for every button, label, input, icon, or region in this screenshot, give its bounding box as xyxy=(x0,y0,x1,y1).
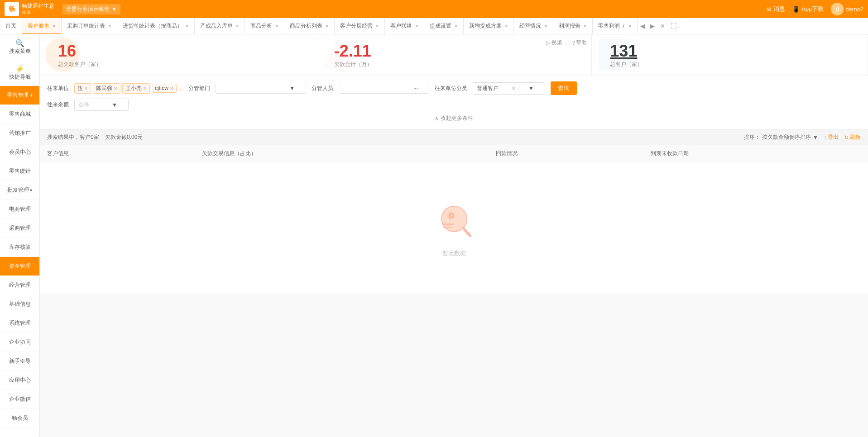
table-container: 客户信息 欠款交易信息（占比） 回款情况 到期未收款日期 xyxy=(40,145,868,294)
close-tab-profit-report[interactable]: ✕ xyxy=(583,24,587,28)
sidebar-item-wholesale[interactable]: 批发管理 ▾ xyxy=(0,181,39,200)
filter-tag-wu: 伍 ✕ xyxy=(74,83,91,94)
close-tab-purchase-stat[interactable]: ✕ xyxy=(185,24,189,28)
tab-nav-prev[interactable]: ◀ xyxy=(638,18,647,34)
close-tab-customer-contact[interactable]: ✕ xyxy=(415,24,418,28)
logo-sub: 标版 xyxy=(22,9,54,15)
remove-tag-cjttcw[interactable]: ✕ xyxy=(170,86,173,91)
empty-icon xyxy=(432,199,477,244)
unit-type-label: 往来单位分类 xyxy=(435,85,467,92)
tab-goods-analysis[interactable]: 商品分析 ✕ xyxy=(245,18,284,34)
export-btn[interactable]: ↑ 导出 xyxy=(824,133,839,141)
tab-close-all[interactable]: ✕ xyxy=(657,18,668,34)
collapse-btn[interactable]: ∧ 收起更多条件 xyxy=(435,114,473,122)
svg-marker-2 xyxy=(323,38,355,68)
remove-tag-chen[interactable]: ✕ xyxy=(114,86,117,91)
tab-product-inbound[interactable]: 产成品入库单 ✕ xyxy=(195,18,245,34)
top-bar: 畅 畅捷通好生意 标版 母婴行业演示账套 ▼ ✉ 消息 📱 App下载 d de… xyxy=(0,0,868,18)
svg-rect-3 xyxy=(599,38,630,70)
close-tab-customer-book[interactable]: ✕ xyxy=(52,24,56,28)
video-btn[interactable]: ▷ 视频 xyxy=(546,39,562,47)
svg-rect-9 xyxy=(443,227,452,228)
user-avatar-btn[interactable]: d demo2 xyxy=(831,3,863,15)
close-tab-operation[interactable]: ✕ xyxy=(544,24,547,28)
refresh-btn[interactable]: ↻ 刷新 xyxy=(844,133,861,141)
person-select[interactable]: ··· xyxy=(339,83,429,94)
dept-select[interactable]: ▼ xyxy=(216,83,306,94)
table-header: 客户信息 欠款交易信息（占比） 回款情况 到期未收款日期 xyxy=(40,145,868,162)
unit-type-select[interactable]: 普通客户 ✕ ▼ xyxy=(473,82,545,95)
tab-purchase-stat[interactable]: 进货单统计表（按商品） ✕ xyxy=(117,18,195,34)
remove-tag-wang[interactable]: ✕ xyxy=(143,86,147,91)
filter-more-tags-btn[interactable]: ... xyxy=(178,85,183,91)
empty-state: 暂无数据 xyxy=(40,162,868,294)
sidebar-item-retail[interactable]: 零售管理 ▾ xyxy=(0,86,39,105)
sidebar-item-member[interactable]: 会员中心 xyxy=(0,143,39,162)
sidebar-item-inventory[interactable]: 库存核算 xyxy=(0,238,39,257)
messages-btn[interactable]: ✉ 消息 xyxy=(767,5,785,13)
empty-text: 暂无数据 xyxy=(442,249,466,257)
avatar: d xyxy=(831,3,844,15)
close-tab-retail-profit[interactable]: ✕ xyxy=(628,24,632,28)
sidebar-item-basic-info[interactable]: 基础信息 xyxy=(0,295,39,314)
close-tab-product-inbound[interactable]: ✕ xyxy=(235,24,239,28)
logo-text: 畅捷通好生意 xyxy=(22,3,54,9)
stat-card-customers: ¥ 16 总欠款客户（家） xyxy=(40,34,316,76)
tab-customer-contact[interactable]: 客户联络 ✕ xyxy=(385,18,424,34)
tab-purchase-order[interactable]: 采购订单统计表 ✕ xyxy=(62,18,117,34)
tab-nav-next[interactable]: ▶ xyxy=(647,18,657,34)
svg-line-6 xyxy=(463,228,470,236)
help-btn[interactable]: ? 帮助 xyxy=(572,39,587,47)
sidebar-item-marketing[interactable]: 营销推广 xyxy=(0,124,39,143)
sidebar-search-btn[interactable]: 🔍 搜索菜单 xyxy=(0,34,39,60)
tab-home[interactable]: 首页 xyxy=(0,18,22,34)
dept-label: 分管部门 xyxy=(188,85,210,92)
sidebar-item-system[interactable]: 系统管理 xyxy=(0,314,39,333)
sidebar-item-purchase[interactable]: 采购管理 xyxy=(0,219,39,238)
main-layout: 🔍 搜索菜单 ⚡ 快捷导航 零售管理 ▾ 零售商城 营销推广 会员中心 零售统计… xyxy=(0,34,868,437)
results-actions: 排序： 按欠款金额倒序排序 ▼ ↑ 导出 ↻ 刷新 xyxy=(744,133,861,141)
query-button[interactable]: 查询 xyxy=(551,81,577,95)
tab-customer-tier[interactable]: 客户分层经营 ✕ xyxy=(335,18,385,34)
remove-tag-wu[interactable]: ✕ xyxy=(84,86,88,91)
sort-select[interactable]: 排序： 按欠款金额倒序排序 ▼ xyxy=(744,133,818,141)
sidebar-item-retail-mall[interactable]: 零售商城 xyxy=(0,105,39,124)
tab-retail-profit[interactable]: 零售利润（ ✕ xyxy=(593,18,638,34)
sidebar-item-new-guide[interactable]: 新手引导 xyxy=(0,352,39,371)
app-download-btn[interactable]: 📱 App下载 xyxy=(792,5,824,13)
sidebar-item-finance[interactable]: 资金管理 xyxy=(0,257,39,276)
remove-unit-type[interactable]: ✕ xyxy=(512,86,515,91)
tab-new-achievement[interactable]: 新增提成方案 ✕ xyxy=(464,18,514,34)
sidebar-item-ecommerce[interactable]: 电商管理 xyxy=(0,200,39,219)
tab-reminder[interactable]: 提成设置 ✕ xyxy=(424,18,464,34)
close-tab-goods-analysis[interactable]: ✕ xyxy=(275,24,278,28)
tab-operation[interactable]: 经营情况 ✕ xyxy=(514,18,553,34)
sidebar-quick-nav[interactable]: ⚡ 快捷导航 xyxy=(0,60,39,86)
sidebar-item-app-center[interactable]: 应用中心 xyxy=(0,371,39,390)
balance-select[interactable]: 选择... ▼ xyxy=(74,99,129,111)
balance-label: 往来余额 xyxy=(47,101,69,109)
close-tab-purchase-order[interactable]: ✕ xyxy=(108,24,111,28)
tab-profit-report[interactable]: 利润报告 ✕ xyxy=(553,18,593,34)
close-tab-goods-analysis-list[interactable]: ✕ xyxy=(325,24,329,28)
close-tab-reminder[interactable]: ✕ xyxy=(454,24,458,28)
video-help: ▷ 视频 | ? 帮助 xyxy=(546,39,587,47)
col-customer-info: 客户信息 xyxy=(40,145,195,162)
tab-customer-book[interactable]: 客户账本 ✕ xyxy=(22,18,62,34)
sidebar-item-enterprise[interactable]: 企业协同 xyxy=(0,333,39,352)
tab-goods-analysis-list[interactable]: 商品分析列表 ✕ xyxy=(284,18,335,34)
results-bar: 搜索结果中，客户0家 欠款金额0.00元 排序： 按欠款金额倒序排序 ▼ ↑ 导… xyxy=(40,130,868,145)
close-tab-new-achievement[interactable]: ✕ xyxy=(504,24,508,28)
sidebar-item-retail-stat[interactable]: 零售统计 xyxy=(0,162,39,181)
col-payment: 回款情况 xyxy=(489,145,643,162)
unit-tags: 伍 ✕ 陈民强 ✕ 王小亮 ✕ cjttcw ✕ ... xyxy=(74,83,183,94)
content-area: ¥ 16 总欠款客户（家） xyxy=(40,34,868,437)
close-tab-customer-tier[interactable]: ✕ xyxy=(375,24,379,28)
account-dropdown[interactable]: 母婴行业演示账套 ▼ xyxy=(62,4,120,14)
sidebar-item-operation[interactable]: 经营管理 xyxy=(0,276,39,295)
sidebar-item-vip[interactable]: 畅会员 xyxy=(0,409,39,428)
tab-fullscreen[interactable]: ⛶ xyxy=(668,18,679,34)
filter-row-2: 往来余额 选择... ▼ xyxy=(47,99,861,111)
sidebar-item-enterprise-wechat[interactable]: 企业微信 xyxy=(0,390,39,409)
filter-tag-chen: 陈民强 ✕ xyxy=(93,83,120,94)
